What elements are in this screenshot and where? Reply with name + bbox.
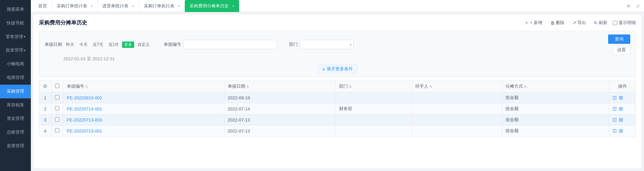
row-checkbox (51, 92, 63, 103)
row-checkbox (51, 125, 63, 137)
tab-close-icon[interactable]: × (178, 4, 180, 8)
th-settings: ⚙ (39, 81, 51, 92)
sort-icon: ⇅ (524, 85, 527, 88)
more-icon[interactable]: ⊞ (619, 106, 623, 112)
doc-no-link[interactable]: PE-20220919-002 (67, 95, 102, 100)
filter-row: 单据日期 昨天 今天 近7天 近1月 更多 自定义 单据编号 (45, 34, 630, 55)
edit-icon[interactable]: ⊡ (612, 128, 617, 134)
row-date: 2022-07-13 (224, 114, 335, 125)
tab-close-icon[interactable]: × (132, 4, 134, 8)
sidebar-item-purchase[interactable]: 采购管理 (0, 85, 31, 98)
date-btn-today[interactable]: 今天 (77, 41, 90, 48)
row-date: 2022-09-19 (224, 92, 335, 103)
tab-bar: 首页 采购订单统计表 × 进货单统计表 × 采购订单执行表 × 采购费用分摊单历… (31, 0, 644, 12)
refresh-icon: ↻ (594, 20, 598, 25)
sidebar-item-search[interactable]: 搜索菜单 (0, 3, 31, 16)
tab-close-icon[interactable]: × (91, 4, 93, 8)
row-select-checkbox[interactable] (55, 106, 59, 110)
tab-close-icon[interactable]: × (232, 4, 234, 8)
row-actions: ⊡ ⊞ (609, 125, 636, 137)
select-all-checkbox[interactable] (55, 84, 59, 88)
tab-purchase-order-exec[interactable]: 采购订单执行表 × (139, 0, 185, 12)
main-content: 首页 采购订单统计表 × 进货单统计表 × 采购订单执行表 × 采购费用分摊单历… (31, 0, 644, 171)
row-method: 按金额 (502, 114, 609, 125)
date-btn-1month[interactable]: 近1月 (107, 41, 121, 48)
refresh-button[interactable]: ↻ 刷新 (591, 19, 610, 27)
date-btn-yesterday[interactable]: 昨天 (64, 41, 76, 48)
tab-home[interactable]: 首页 (34, 0, 52, 12)
row-method: 按金额 (502, 103, 609, 114)
row-doc-no: PE-20220714-001 (63, 103, 224, 114)
table-row: 1 PE-20220919-002 2022-09-19 按金额 ⊡ ⊞ (39, 92, 636, 103)
doc-no-link[interactable]: PE-20220714-001 (67, 106, 102, 111)
show-detail-input[interactable] (613, 21, 617, 25)
tab-purchase-cost-history[interactable]: 采购费用分摊单历史 × (185, 0, 239, 12)
add-button[interactable]: ＋ + 新增 (522, 19, 545, 27)
plus-icon: ＋ (525, 20, 529, 26)
show-detail-checkbox[interactable]: 显示明细 (613, 20, 636, 26)
export-button[interactable]: ↗ 导出 (570, 19, 589, 27)
more-icon[interactable]: ⊞ (619, 128, 623, 134)
date-btn-more[interactable]: 更多 (122, 41, 134, 48)
doc-no-label: 单据编号 (164, 41, 181, 48)
sidebar-item-ecommerce[interactable]: 电商管理 (0, 71, 31, 85)
sort-icon: ⇅ (429, 85, 432, 88)
row-dept: 财务部 (335, 103, 412, 114)
chevron-down-icon: ▾ (24, 48, 25, 53)
edit-icon[interactable]: ⊡ (612, 117, 617, 123)
sidebar-item-retail[interactable]: 零售管理 ▾ (0, 30, 31, 44)
more-icon[interactable]: ⊞ (619, 117, 623, 123)
delete-button[interactable]: 🗑 删除 (548, 19, 567, 27)
more-icon[interactable]: ⊞ (619, 95, 623, 101)
sidebar-item-quick-nav[interactable]: 快捷导航 (0, 16, 31, 30)
row-checkbox (51, 114, 63, 125)
sidebar-item-invoice[interactable]: 发票管理 (0, 139, 31, 153)
sidebar-item-wholesale[interactable]: 批发管理 ▾ (0, 44, 31, 57)
sidebar-item-ledger[interactable]: 总账管理 (0, 125, 31, 139)
sidebar-item-inventory[interactable]: 库存核算 (0, 98, 31, 112)
delete-icon: 🗑 (550, 20, 555, 25)
chevron-down-icon: ∨ (322, 67, 325, 72)
date-filter: 单据日期 昨天 今天 近7天 近1月 更多 自定义 (45, 41, 152, 48)
row-checkbox (51, 103, 63, 114)
row-dept (335, 114, 412, 125)
row-select-checkbox[interactable] (55, 117, 59, 121)
row-actions: ⊡ ⊞ (609, 92, 636, 103)
row-handler (412, 103, 502, 114)
date-btn-custom[interactable]: 自定义 (136, 41, 152, 48)
row-select-checkbox[interactable] (55, 95, 59, 99)
chevron-down-icon: ▾ (24, 34, 25, 39)
close-icon[interactable]: ✕ (625, 3, 632, 9)
row-select-checkbox[interactable] (55, 128, 59, 133)
date-btn-7days[interactable]: 近7天 (91, 41, 105, 48)
row-doc-no: PE-20220713-003 (63, 114, 224, 125)
tab-bar-controls: ✕ ⤢ (625, 3, 641, 9)
doc-no-link[interactable]: PE-20220713-003 (67, 117, 102, 122)
th-action: 操作 (609, 81, 636, 92)
sidebar-item-finance[interactable]: 资金管理 (0, 112, 31, 125)
edit-icon[interactable]: ⊡ (612, 106, 617, 112)
th-method: 分摊方式 ⇅ (502, 81, 609, 92)
expand-more-button[interactable]: ∨ 展开更多条件 (318, 65, 357, 73)
th-checkbox (51, 81, 63, 92)
tab-inbound-stats[interactable]: 进货单统计表 × (98, 0, 139, 12)
row-num: 1 (39, 92, 51, 103)
table-row: 3 PE-20220713-003 2022-07-13 按金额 ⊡ ⊞ (39, 114, 636, 125)
maximize-icon[interactable]: ⤢ (635, 3, 641, 9)
th-doc-no: 单据编号 ⇅ (63, 81, 224, 92)
setting-button[interactable]: 设置 (613, 45, 630, 55)
doc-no-link[interactable]: PE-20220713-001 (67, 129, 102, 134)
sort-icon: ⇅ (349, 85, 352, 88)
edit-icon[interactable]: ⊡ (612, 95, 617, 101)
doc-no-input[interactable] (183, 40, 277, 49)
sidebar-item-ecommerce-small[interactable]: 小畅电商 (0, 57, 31, 71)
row-method: 按金额 (502, 125, 609, 137)
row-num: 3 (39, 114, 51, 125)
row-actions: ⊡ ⊞ (609, 114, 636, 125)
row-num: 2 (39, 103, 51, 114)
query-button[interactable]: 查询 (608, 34, 630, 44)
settings-gear-icon[interactable]: ⚙ (43, 83, 47, 89)
dept-select[interactable]: 财务部 (300, 40, 354, 49)
row-actions: ⊡ ⊞ (609, 103, 636, 114)
tab-purchase-order-stats[interactable]: 采购订单统计表 × (52, 0, 98, 12)
